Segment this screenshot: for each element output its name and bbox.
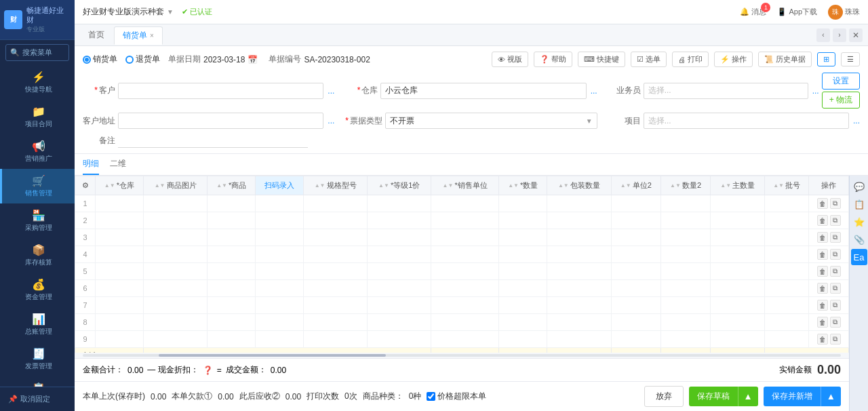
right-panel-star[interactable]: ⭐ — [851, 214, 867, 230]
note-input[interactable] — [118, 133, 308, 148]
print-button[interactable]: 🖨 打印 — [672, 52, 709, 67]
cell-image[interactable] — [143, 229, 207, 246]
cell-qty2[interactable] — [660, 246, 710, 263]
sidebar-item-inventory[interactable]: 📦 库存核算 — [0, 238, 75, 273]
right-panel-clipboard[interactable]: 📋 — [851, 196, 867, 212]
cell-scan[interactable] — [256, 195, 304, 212]
cell-product[interactable] — [208, 297, 256, 314]
cell-spec[interactable] — [303, 229, 367, 246]
store-selector[interactable]: 好业财专业版演示种套 ▼ — [83, 6, 174, 18]
cell-main-qty[interactable] — [711, 229, 765, 246]
cell-product[interactable] — [208, 246, 256, 263]
cell-main-qty[interactable] — [711, 212, 765, 229]
cell-qty[interactable] — [499, 195, 547, 212]
table-scroll[interactable]: ⚙ ▲▼*仓库 ▲▼商品图片 ▲▼*商品 扫码录入 ▲▼规格型号 ▲▼*等级1价… — [75, 176, 849, 353]
cell-price1[interactable] — [368, 280, 431, 297]
cell-qty[interactable] — [499, 212, 547, 229]
customer-input[interactable] — [118, 83, 323, 99]
cell-warehouse[interactable] — [96, 314, 144, 331]
cell-unit[interactable] — [431, 263, 499, 280]
cell-spec[interactable] — [303, 246, 367, 263]
cell-image[interactable] — [143, 331, 207, 348]
shortcut-button[interactable]: ⌨ 快捷键 — [578, 52, 625, 67]
right-panel-messages[interactable]: 💬 — [851, 178, 867, 195]
cell-scan[interactable] — [256, 280, 304, 297]
cell-qty[interactable] — [499, 331, 547, 348]
cell-price1[interactable] — [368, 195, 431, 212]
cell-qty2[interactable] — [660, 212, 710, 229]
row-delete-icon[interactable]: 🗑 — [817, 249, 828, 260]
cell-batch[interactable] — [765, 280, 809, 297]
grid-view-button[interactable]: ⊞ — [817, 52, 835, 66]
cell-spec[interactable] — [303, 280, 367, 297]
cell-scan[interactable] — [256, 297, 304, 314]
calendar-icon[interactable]: 📅 — [248, 55, 258, 64]
cell-price1[interactable] — [368, 314, 431, 331]
cell-price1[interactable] — [368, 229, 431, 246]
cell-unit2[interactable] — [611, 280, 660, 297]
cell-qty2[interactable] — [660, 229, 710, 246]
row-delete-icon[interactable]: 🗑 — [817, 232, 828, 243]
cell-qty[interactable] — [499, 280, 547, 297]
cell-scan[interactable] — [256, 246, 304, 263]
cell-product[interactable] — [208, 263, 256, 280]
row-copy-icon[interactable]: ⧉ — [830, 232, 841, 243]
cell-pkg-qty[interactable] — [547, 297, 611, 314]
horizontal-scrollbar[interactable] — [75, 353, 849, 358]
app-download-button[interactable]: 📱 App下载 — [777, 7, 817, 17]
cell-unit2[interactable] — [611, 331, 660, 348]
cell-scan[interactable] — [256, 263, 304, 280]
sidebar-item-tax[interactable]: 📋 税务管理 — [0, 376, 75, 387]
row-copy-icon[interactable]: ⧉ — [830, 283, 841, 294]
cell-qty2[interactable] — [660, 280, 710, 297]
tab-close-button[interactable]: × — [150, 32, 154, 39]
row-copy-icon[interactable]: ⧉ — [830, 317, 841, 328]
cell-unit2[interactable] — [611, 246, 660, 263]
cell-price1[interactable] — [368, 246, 431, 263]
cell-image[interactable] — [143, 314, 207, 331]
tab-active[interactable]: 销货单 × — [114, 26, 163, 45]
cell-qty2[interactable] — [660, 331, 710, 348]
row-copy-icon[interactable]: ⧉ — [830, 215, 841, 226]
cell-image[interactable] — [143, 246, 207, 263]
col-scan[interactable]: 扫码录入 — [256, 176, 304, 195]
cell-product[interactable] — [208, 212, 256, 229]
cell-spec[interactable] — [303, 263, 367, 280]
cell-qty2[interactable] — [660, 314, 710, 331]
sidebar-item-quicknav[interactable]: ⚡ 快捷导航 — [0, 65, 75, 100]
right-panel-active[interactable]: Ea — [851, 249, 867, 265]
cell-main-qty[interactable] — [711, 297, 765, 314]
cell-pkg-qty[interactable] — [547, 229, 611, 246]
cell-main-qty[interactable] — [711, 314, 765, 331]
cell-spec[interactable] — [303, 331, 367, 348]
row-delete-icon[interactable]: 🗑 — [817, 283, 828, 294]
row-copy-icon[interactable]: ⧉ — [830, 300, 841, 311]
cell-unit[interactable] — [431, 314, 499, 331]
cell-scan[interactable] — [256, 314, 304, 331]
row-delete-icon[interactable]: 🗑 — [817, 215, 828, 226]
abandon-button[interactable]: 放弃 — [644, 386, 684, 407]
radio-sale[interactable]: 销货单 — [83, 54, 117, 65]
save-draft-dropdown[interactable]: ▲ — [738, 387, 758, 406]
cell-pkg-qty[interactable] — [547, 280, 611, 297]
cell-scan[interactable] — [256, 331, 304, 348]
cell-batch[interactable] — [765, 195, 809, 212]
cell-pkg-qty[interactable] — [547, 212, 611, 229]
sidebar-search[interactable]: 🔍 搜索菜单 — [0, 40, 75, 65]
cell-qty2[interactable] — [660, 263, 710, 280]
cell-spec[interactable] — [303, 314, 367, 331]
doc-number-value[interactable]: SA-20230318-002 — [304, 55, 370, 64]
row-copy-icon[interactable]: ⧉ — [830, 266, 841, 277]
cell-unit[interactable] — [431, 280, 499, 297]
sidebar-item-finance[interactable]: 💰 资金管理 — [0, 273, 75, 307]
cell-product[interactable] — [208, 229, 256, 246]
cell-batch[interactable] — [765, 297, 809, 314]
radio-return[interactable]: 退货单 — [125, 54, 160, 65]
cell-unit2[interactable] — [611, 212, 660, 229]
cell-batch[interactable] — [765, 263, 809, 280]
cell-qty[interactable] — [499, 314, 547, 331]
cell-spec[interactable] — [303, 297, 367, 314]
scroll-thumb[interactable] — [159, 354, 386, 357]
cell-unit2[interactable] — [611, 263, 660, 280]
cell-price1[interactable] — [368, 297, 431, 314]
